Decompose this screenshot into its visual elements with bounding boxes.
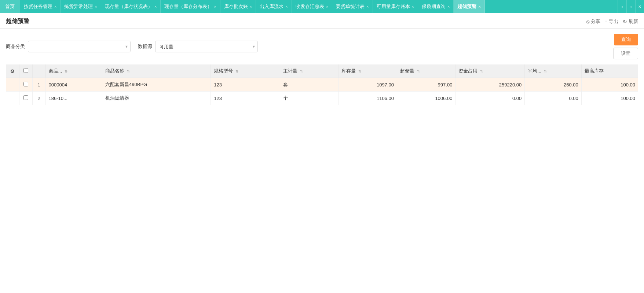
row-max-stock: 100.00: [581, 78, 638, 92]
close-expiry-query-icon[interactable]: ×: [447, 4, 450, 9]
export-button[interactable]: ↑ 导出: [605, 18, 618, 25]
row-product-name: 六配套新昌490BPG: [102, 78, 211, 92]
datasource-filter-label: 数据源: [138, 43, 152, 50]
row-num: 2: [32, 92, 45, 105]
top-nav: 首页 拣货任务管理 × 拣货异常处理 × 现存量（库存状况表） × 现存量（库存…: [0, 0, 644, 13]
nav-tab-stock-status-label: 现存量（库存状况表）: [105, 3, 153, 10]
nav-tab-expiry-query[interactable]: 保质期查询 ×: [418, 0, 454, 13]
close-overstock-warning-icon[interactable]: ×: [478, 4, 480, 9]
close-order-stat-icon[interactable]: ×: [366, 4, 369, 9]
export-label: 导出: [609, 18, 618, 25]
table-header-row: ⚙ 商品... ⇅ 商品名称 ⇅ 规格型号: [6, 64, 638, 78]
nav-tab-inout-flow[interactable]: 出入库流水 ×: [256, 0, 292, 13]
category-filter: 商品分类 ▾: [6, 41, 131, 52]
table-row: 2 186-10... 机油滤清器 123 个 1106.00 1006.00 …: [6, 92, 638, 105]
query-button[interactable]: 查询: [614, 34, 638, 45]
row-capital: 0.00: [455, 92, 525, 105]
nav-prev-button[interactable]: ‹: [618, 0, 626, 13]
th-product-name-label: 商品名称: [105, 68, 124, 74]
page-title: 超储预警: [6, 18, 29, 25]
row-product-code: 0000004: [45, 78, 102, 92]
category-filter-label: 商品分类: [6, 43, 25, 50]
th-product-name[interactable]: 商品名称 ⇅: [102, 64, 211, 78]
select-all-checkbox[interactable]: [23, 68, 28, 73]
category-select[interactable]: [28, 41, 131, 52]
th-spec[interactable]: 规格型号 ⇅: [211, 64, 280, 78]
th-unit[interactable]: 主计量 ⇅: [280, 64, 339, 78]
filter-row: 商品分类 ▾ 数据源 可用量 库存量 ▾ 查询 设置: [0, 29, 644, 64]
nav-tab-stock-status[interactable]: 现存量（库存状况表） ×: [101, 0, 161, 13]
th-capital[interactable]: 资金占用 ⇅: [455, 64, 525, 78]
row-checkbox-cell[interactable]: [19, 92, 32, 105]
th-avg-sort-icon: ⇅: [544, 69, 547, 73]
th-avg-label: 平均...: [528, 68, 541, 74]
th-checkbox[interactable]: [19, 64, 32, 78]
nav-tab-overstock-warning[interactable]: 超储预警 ×: [454, 0, 484, 13]
share-button[interactable]: ⎋ 分享: [586, 18, 600, 25]
row-checkbox[interactable]: [23, 82, 28, 86]
row-stock: 1097.00: [339, 78, 397, 92]
datasource-filter: 数据源 可用量 库存量 ▾: [138, 41, 258, 52]
th-num: [32, 64, 45, 78]
th-overstock[interactable]: 超储量 ⇅: [397, 64, 455, 78]
nav-tab-pick-exception-label: 拣货异常处理: [64, 3, 93, 10]
gear-icon: ⚙: [10, 68, 15, 74]
refresh-icon: ↻: [623, 19, 627, 25]
row-capital: 259220.00: [455, 78, 525, 92]
row-unit: 套: [280, 78, 339, 92]
datasource-select[interactable]: 可用量 库存量: [155, 41, 258, 52]
close-batch-account-icon[interactable]: ×: [250, 4, 252, 9]
row-overstock: 997.00: [397, 78, 455, 92]
th-product-code-label: 商品...: [49, 68, 62, 74]
export-icon: ↑: [605, 19, 607, 25]
nav-tab-order-stat[interactable]: 要货单统计表 ×: [332, 0, 373, 13]
category-select-wrap: ▾: [28, 41, 131, 52]
close-recv-send-icon[interactable]: ×: [326, 4, 328, 9]
th-avg[interactable]: 平均... ⇅: [525, 64, 582, 78]
refresh-button[interactable]: ↻ 刷新: [623, 18, 638, 25]
nav-tab-stock-dist[interactable]: 现存量（库存分布表） ×: [161, 0, 220, 13]
close-available-stock-icon[interactable]: ×: [412, 4, 414, 9]
row-avg: 0.00: [525, 92, 582, 105]
row-stock: 1106.00: [339, 92, 397, 105]
nav-tab-recv-send[interactable]: 收发存汇总表 ×: [292, 0, 332, 13]
nav-tab-batch-account[interactable]: 库存批次账 ×: [220, 0, 256, 13]
table-body: 1 0000004 六配套新昌490BPG 123 套 1097.00 997.…: [6, 78, 638, 105]
th-overstock-sort-icon: ⇅: [417, 69, 420, 73]
nav-next-button[interactable]: ›: [626, 0, 635, 13]
nav-tab-batch-account-label: 库存批次账: [224, 3, 248, 10]
row-checkbox-cell[interactable]: [19, 78, 32, 92]
nav-tab-pick-exception[interactable]: 拣货异常处理 ×: [61, 0, 101, 13]
page-header: 超储预警 ⎋ 分享 ↑ 导出 ↻ 刷新: [0, 13, 644, 29]
nav-close-button[interactable]: ×: [635, 0, 644, 13]
nav-tab-home-label: 首页: [5, 3, 15, 10]
th-max-stock-label: 最高库存: [585, 68, 604, 74]
th-unit-sort-icon: ⇅: [300, 69, 303, 73]
row-spec: 123: [211, 92, 280, 105]
row-product-name: 机油滤清器: [102, 92, 211, 105]
nav-tab-overstock-warning-label: 超储预警: [457, 3, 476, 10]
close-pick-task-icon[interactable]: ×: [54, 4, 56, 9]
close-stock-status-icon[interactable]: ×: [154, 4, 157, 9]
close-stock-dist-icon[interactable]: ×: [214, 4, 216, 9]
th-product-code-sort-icon: ⇅: [65, 69, 67, 73]
th-product-code[interactable]: 商品... ⇅: [45, 64, 102, 78]
th-gear[interactable]: ⚙: [6, 64, 19, 78]
row-avg: 260.00: [525, 78, 582, 92]
nav-tab-stock-dist-label: 现存量（库存分布表）: [164, 3, 212, 10]
settings-button[interactable]: 设置: [613, 48, 638, 59]
th-overstock-label: 超储量: [400, 68, 414, 74]
nav-tab-available-stock[interactable]: 可用量库存账本 ×: [373, 0, 418, 13]
th-spec-sort-icon: ⇅: [235, 69, 238, 73]
th-max-stock[interactable]: 最高库存: [581, 64, 638, 78]
nav-tab-available-stock-label: 可用量库存账本: [377, 3, 410, 10]
close-pick-exception-icon[interactable]: ×: [95, 4, 97, 9]
th-stock-sort-icon: ⇅: [358, 69, 361, 73]
th-stock[interactable]: 库存量 ⇅: [339, 64, 397, 78]
close-inout-flow-icon[interactable]: ×: [285, 4, 288, 9]
share-icon: ⎋: [586, 19, 589, 25]
row-checkbox[interactable]: [23, 95, 28, 100]
nav-tab-home[interactable]: 首页: [0, 0, 20, 13]
th-capital-label: 资金占用: [458, 68, 477, 74]
nav-tab-pick-task[interactable]: 拣货任务管理 ×: [20, 0, 61, 13]
